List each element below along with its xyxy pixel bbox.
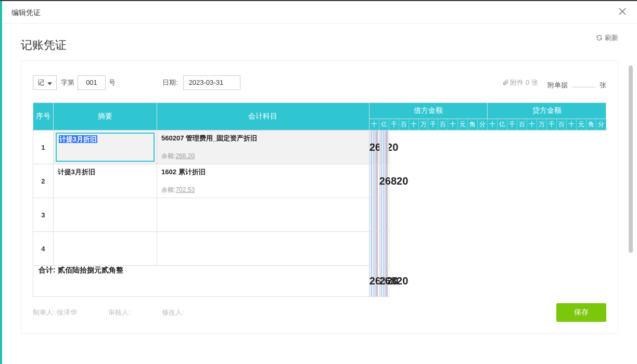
chevron-down-icon xyxy=(47,79,52,87)
money-unit-header: 千 xyxy=(547,119,557,131)
money-unit-header: 万 xyxy=(418,119,428,131)
col-seq: 序号 xyxy=(33,103,54,131)
money-unit-header: 百 xyxy=(557,119,567,131)
summary-cell[interactable]: 计提3月折旧 xyxy=(53,131,157,164)
table-row: 1 计提3月折旧 560207 管理费用_固定资产折旧 余额:268.20 26… xyxy=(33,131,606,164)
scroll-thumb[interactable] xyxy=(629,66,633,253)
row-seq: 4 xyxy=(33,232,54,266)
money-unit-header: 元 xyxy=(458,119,468,131)
money-unit-header: 十 xyxy=(409,119,418,131)
debit-cell[interactable]: 26820 xyxy=(369,131,379,164)
voucher-number-input[interactable]: 001 xyxy=(78,75,106,90)
money-unit-header: 千 xyxy=(428,119,438,131)
summary-cell[interactable] xyxy=(53,232,157,266)
voucher-type-dropdown[interactable]: 记 xyxy=(33,75,57,90)
money-unit-header: 万 xyxy=(537,119,547,131)
voucher-type-value: 记 xyxy=(37,78,44,87)
refresh-label: 刷新 xyxy=(605,34,618,42)
refresh-button[interactable]: 刷新 xyxy=(596,33,618,43)
balance-text: 余额:268.20 xyxy=(161,152,365,161)
money-unit-header: 十 xyxy=(369,119,379,131)
account-cell[interactable] xyxy=(157,232,370,266)
credit-cell[interactable] xyxy=(379,198,389,232)
auditor-label: 审核人: xyxy=(108,308,131,317)
maker-label: 制单人: 徐泽华 xyxy=(33,308,77,317)
debit-cell[interactable] xyxy=(369,232,379,266)
money-unit-header: 十 xyxy=(567,119,577,131)
money-unit-header: 十 xyxy=(488,119,498,131)
money-unit-header: 百 xyxy=(438,119,448,131)
attachment-label: 附件 0 张 xyxy=(510,79,538,86)
col-credit: 贷方金额 xyxy=(488,103,606,119)
credit-cell[interactable] xyxy=(379,232,389,266)
voucher-footer: 制单人: 徐泽华 审核人: 修改人: 保存 xyxy=(33,303,606,322)
total-credit-cell[interactable]: 26820 xyxy=(379,266,389,297)
dialog-header: 编辑凭证 xyxy=(2,1,637,24)
account-cell[interactable] xyxy=(157,198,370,232)
vertical-scrollbar[interactable] xyxy=(628,26,634,359)
total-debit-cell[interactable]: 26820 xyxy=(369,266,379,297)
summary-text xyxy=(54,198,157,204)
debit-cell[interactable] xyxy=(369,198,379,232)
credit-cell[interactable]: 26820 xyxy=(379,164,389,198)
money-unit-header: 十 xyxy=(527,119,537,131)
account-cell[interactable]: 1602 累计折旧 余额:702.53 xyxy=(157,164,370,198)
summary-cell[interactable]: 计提3月折旧 xyxy=(53,164,157,198)
page-body: 刷新 记账凭证 记 字第 001 号 日期: 2023-03-31 附件 0 xyxy=(2,24,637,364)
balance-text: 余额:702.53 xyxy=(161,186,365,194)
total-row: 合计: 贰佰陆拾捌元贰角整 26820 26820 xyxy=(33,266,606,297)
attach-sheet-group: 附单据 张 xyxy=(547,76,606,90)
row-seq: 1 xyxy=(33,131,54,164)
summary-text xyxy=(54,232,157,238)
account-text: 560207 管理费用_固定资产折旧 xyxy=(161,134,365,143)
modifier-label: 修改人: xyxy=(162,308,184,317)
row-seq: 2 xyxy=(33,164,54,198)
date-label: 日期: xyxy=(162,78,178,87)
money-unit-header: 百 xyxy=(399,119,409,131)
debit-cell[interactable] xyxy=(369,164,379,198)
summary-text: 计提3月折旧 xyxy=(54,164,157,180)
summary-input[interactable]: 计提3月折旧 xyxy=(56,133,155,162)
table-row: 2 计提3月折旧 1602 累计折旧 余额:702.53 26820 xyxy=(33,164,606,198)
dialog-overlay: 编辑凭证 刷新 记账凭证 记 字第 001 号 日期: 2023-03- xyxy=(0,1,637,364)
dialog-title: 编辑凭证 xyxy=(11,1,41,24)
voucher-top-row: 记 字第 001 号 日期: 2023-03-31 附件 0 张 附单据 xyxy=(33,75,606,90)
credit-cell[interactable] xyxy=(379,131,389,164)
row-seq: 3 xyxy=(33,198,54,232)
account-cell[interactable]: 560207 管理费用_固定资产折旧 余额:268.20 xyxy=(157,131,370,164)
account-text: 1602 累计折旧 xyxy=(161,167,365,177)
money-unit-header: 角 xyxy=(468,119,478,131)
col-summary: 摘要 xyxy=(53,103,157,131)
save-button[interactable]: 保存 xyxy=(556,303,606,322)
money-unit-header: 分 xyxy=(478,119,488,131)
attach-sheet-label: 附单据 xyxy=(547,81,568,89)
summary-cell[interactable] xyxy=(53,198,157,232)
attach-sheet-input[interactable] xyxy=(571,76,595,87)
word-prefix: 字第 xyxy=(61,78,74,87)
money-unit-header: 亿 xyxy=(379,119,389,131)
money-unit-header: 千 xyxy=(389,119,399,131)
voucher-card: 记 字第 001 号 日期: 2023-03-31 附件 0 张 附单据 xyxy=(21,60,618,334)
col-debit: 借方金额 xyxy=(369,103,488,119)
attachment-button[interactable]: 附件 0 张 xyxy=(502,78,538,87)
col-account: 会计科目 xyxy=(157,103,370,131)
money-unit-header: 百 xyxy=(517,119,527,131)
attach-unit: 张 xyxy=(600,81,606,89)
table-row: 4 xyxy=(33,232,606,266)
money-unit-header: 十 xyxy=(448,119,458,131)
money-unit-header: 分 xyxy=(596,119,606,131)
close-icon[interactable] xyxy=(617,7,628,18)
total-label-cell: 合计: 贰佰陆拾捌元贰角整 xyxy=(33,266,370,297)
money-unit-header: 角 xyxy=(586,119,596,131)
table-row: 3 xyxy=(33,198,606,232)
money-unit-header: 千 xyxy=(507,119,517,131)
voucher-date-input[interactable]: 2023-03-31 xyxy=(183,75,240,90)
top-right: 附件 0 张 附单据 张 xyxy=(502,76,606,90)
money-unit-header: 元 xyxy=(577,119,587,131)
page-title: 记账凭证 xyxy=(21,37,618,53)
word-suffix: 号 xyxy=(109,78,116,87)
voucher-grid: 序号 摘要 会计科目 借方金额 贷方金额 十亿千百十万千百十元角分十亿千百十万千… xyxy=(33,102,606,297)
money-unit-header: 亿 xyxy=(498,119,507,131)
